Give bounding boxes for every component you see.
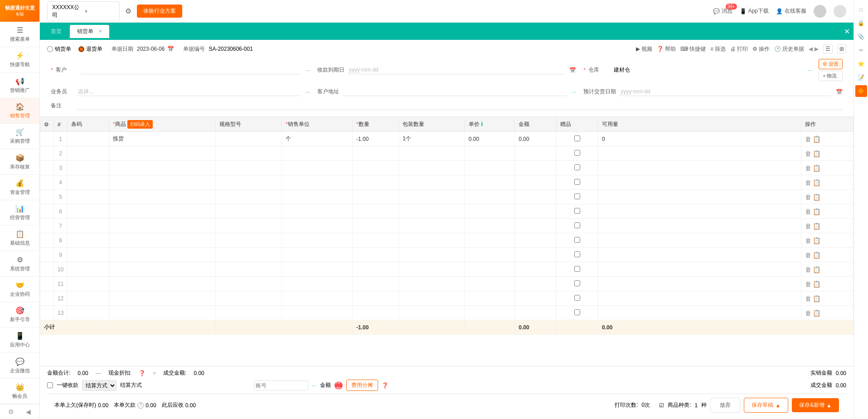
delete-icon[interactable]: 🗑: [805, 193, 811, 201]
cell-gift[interactable]: [557, 132, 598, 146]
cell-product[interactable]: [109, 190, 216, 204]
cell-product[interactable]: [109, 262, 216, 277]
card-view-button[interactable]: ⊞: [837, 44, 846, 53]
customer-dots-icon[interactable]: ···: [305, 67, 310, 73]
add-button[interactable]: 添加: [335, 381, 343, 390]
shortcut-button[interactable]: ⌨ 快捷键: [680, 45, 706, 53]
sidebar-item-enterprise[interactable]: 🤝 企业协同: [0, 277, 39, 302]
panel-btn-4[interactable]: ✏: [855, 44, 867, 56]
radio-return-order[interactable]: 退货单: [78, 45, 102, 53]
sidebar-collapse-btn[interactable]: ◀: [21, 408, 36, 415]
panel-btn-1[interactable]: □: [855, 4, 867, 15]
online-service-button[interactable]: 👤 在线客服: [776, 7, 806, 15]
cell-gift[interactable]: [557, 277, 598, 291]
copy-icon[interactable]: 📋: [813, 135, 820, 143]
app-download-button[interactable]: 📱 App下载: [740, 7, 769, 15]
salesperson-dots-icon[interactable]: ···: [305, 89, 310, 95]
cell-product[interactable]: [109, 248, 216, 262]
sidebar-item-search-order[interactable]: ☰ 搜索菜单: [0, 22, 39, 47]
panel-btn-3[interactable]: 📎: [855, 31, 867, 43]
abandon-button[interactable]: 放弃: [710, 398, 740, 413]
sidebar-item-wechat[interactable]: 💬 企业微信: [0, 353, 39, 378]
copy-icon[interactable]: 📋: [813, 150, 820, 157]
close-icon[interactable]: ×: [99, 28, 102, 34]
sidebar-item-purchase[interactable]: 🛒 采购管理: [0, 124, 39, 149]
copy-icon[interactable]: 📋: [813, 309, 820, 317]
customer-address-input[interactable]: [343, 87, 567, 96]
prev-icon[interactable]: ◀: [809, 46, 813, 52]
sidebar-item-inventory[interactable]: 📦 库存核算: [0, 149, 39, 174]
print-button[interactable]: 🖨 打印: [730, 45, 748, 53]
cell-gift[interactable]: [557, 204, 598, 219]
salesperson-input[interactable]: [76, 87, 301, 96]
panel-btn-6[interactable]: 📝: [855, 72, 867, 83]
cell-gift[interactable]: [557, 219, 598, 233]
sidebar-settings-btn[interactable]: ⚙: [4, 408, 19, 415]
cell-gift[interactable]: [557, 161, 598, 175]
delete-icon[interactable]: 🗑: [805, 280, 811, 288]
cell-gift[interactable]: [557, 306, 598, 320]
dots-account[interactable]: ···: [312, 382, 316, 389]
cell-product[interactable]: [109, 204, 216, 219]
cell-product[interactable]: [109, 233, 216, 248]
copy-icon[interactable]: 📋: [813, 237, 820, 244]
cell-product[interactable]: [109, 146, 216, 161]
cell-product[interactable]: [109, 161, 216, 175]
cell-gift[interactable]: [557, 175, 598, 190]
panel-btn-5[interactable]: ⭐: [855, 58, 867, 70]
sidebar-item-sales[interactable]: 🏠 销售管理: [0, 98, 39, 124]
cell-product[interactable]: [109, 219, 216, 233]
help-circle-icon[interactable]: ?: [137, 402, 144, 409]
sidebar-item-member[interactable]: 👑 畅会员: [0, 379, 39, 404]
column-gear[interactable]: ⚙: [40, 117, 54, 132]
sidebar-item-system[interactable]: ⚙ 系统管理: [0, 251, 39, 276]
list-view-button[interactable]: ☰: [823, 44, 833, 53]
operation-button[interactable]: ⚙ 操作: [752, 45, 770, 53]
delete-icon[interactable]: 🗑: [805, 222, 811, 230]
delete-icon[interactable]: 🗑: [805, 309, 811, 317]
copy-icon[interactable]: 📋: [813, 179, 820, 186]
delete-icon[interactable]: 🗑: [805, 266, 811, 273]
delete-icon[interactable]: 🗑: [805, 237, 811, 244]
radio-return-input[interactable]: [78, 46, 84, 52]
cell-product[interactable]: [109, 277, 216, 291]
delete-icon[interactable]: 🗑: [805, 135, 811, 143]
history-button[interactable]: 🕐 历史单据: [774, 45, 804, 53]
panel-btn-2[interactable]: 🔒: [855, 17, 867, 29]
copy-icon[interactable]: 📋: [813, 280, 820, 288]
panel-btn-orange[interactable]: 🔶: [855, 85, 867, 97]
user-avatar-2[interactable]: [834, 5, 846, 18]
warehouse-dots-icon[interactable]: ···: [808, 67, 812, 73]
radio-sales-order[interactable]: 销货单: [47, 45, 71, 53]
delete-icon[interactable]: 🗑: [805, 179, 811, 186]
delete-icon[interactable]: 🗑: [805, 164, 811, 172]
radio-sales-input[interactable]: [47, 46, 53, 52]
calendar-icon[interactable]: 📅: [167, 46, 174, 52]
topbar-gear-icon[interactable]: ⚙: [125, 7, 131, 15]
scan-button[interactable]: 扫码录入: [127, 120, 153, 129]
message-button[interactable]: 💬 消息 99+: [713, 7, 732, 15]
account-input[interactable]: [254, 380, 308, 390]
sidebar-item-guide[interactable]: 🎯 新手引导: [0, 302, 39, 327]
cell-product[interactable]: [109, 306, 216, 320]
cell-gift[interactable]: [557, 262, 598, 277]
sidebar-item-marketing[interactable]: 📢 营销推广: [0, 73, 39, 98]
logistics-button[interactable]: + 物流: [819, 71, 843, 81]
sidebar-item-quick-nav[interactable]: ⚡ 快捷导航: [0, 47, 39, 72]
trial-button[interactable]: 体验行业方案: [137, 5, 182, 18]
customer-input[interactable]: [81, 66, 301, 74]
payment-due-calendar-icon[interactable]: 📅: [569, 67, 576, 73]
expense-split-button[interactable]: 费用分摊: [346, 380, 378, 391]
sidebar-item-finance[interactable]: 💰 资金管理: [0, 175, 39, 200]
settings-button[interactable]: ⚙ 设置: [819, 59, 843, 69]
address-dots-icon[interactable]: ···: [572, 89, 576, 95]
copy-icon[interactable]: 📋: [813, 208, 820, 215]
cell-product[interactable]: [109, 291, 216, 306]
save-new-button[interactable]: 保存&新增 ▲: [792, 398, 839, 412]
cell-gift[interactable]: [557, 291, 598, 306]
copy-icon[interactable]: 📋: [813, 251, 820, 259]
cell-product[interactable]: [109, 175, 216, 190]
cell-gift[interactable]: [557, 190, 598, 204]
close-all-icon[interactable]: ✕: [844, 27, 850, 36]
cell-gift[interactable]: [557, 248, 598, 262]
